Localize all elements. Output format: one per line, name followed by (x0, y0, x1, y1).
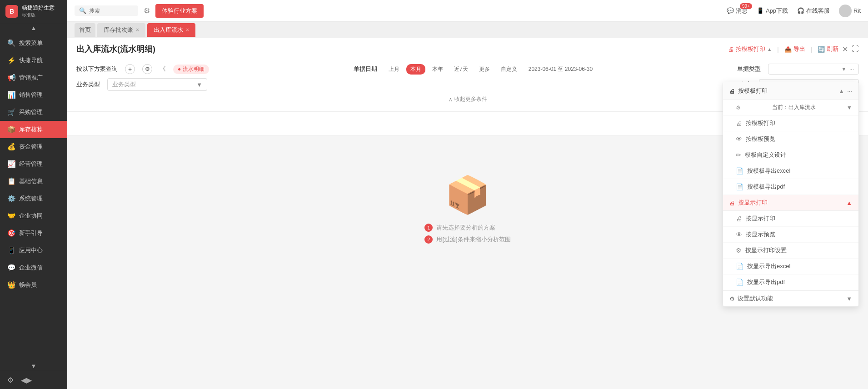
tab-inout-flow-close[interactable]: × (186, 27, 189, 33)
page-content: 出入库流水(流水明细) 🖨 按模板打印 ▲ | 📤 导出 | 🔄 (67, 38, 868, 389)
current-template-arrow[interactable]: ▼ (847, 105, 852, 111)
quick-nav-nav-icon: ⚡ (7, 56, 15, 65)
dropdown-title: 🖨 按模板打印 (729, 87, 768, 95)
sidebar-item-cooperation[interactable]: 🤝 企业协同 (0, 207, 67, 224)
tab-batch-account-close[interactable]: × (136, 27, 139, 33)
tab-inout-flow[interactable]: 出入库流水 × (147, 23, 195, 37)
sidebar-item-guide[interactable]: 🎯 新手引导 (0, 224, 67, 242)
dropdown-item-template-pdf[interactable]: 📄 按模板导出pdf (723, 179, 858, 195)
settings-icon[interactable]: ⚙ (7, 376, 14, 384)
filter-tag-label: 流水明细 (183, 65, 205, 73)
current-template-label: 当前：出入库流水 (772, 104, 816, 111)
dropdown-footer[interactable]: ⚙ 设置默认功能 ▼ (723, 290, 858, 306)
display-settings-label: 按显示打印设置 (745, 246, 787, 254)
app-subtitle: 标准版 (22, 12, 55, 18)
step-2-text: 用[过滤]条件来缩小分析范围 (436, 235, 510, 244)
date-last-month[interactable]: 上月 (384, 64, 404, 75)
topbar-gear-icon[interactable]: ⚙ (144, 6, 150, 15)
export-button[interactable]: 📤 导出 (784, 45, 805, 53)
dropdown-item-template-preview[interactable]: 👁 按模板预览 (723, 131, 858, 147)
topbar-search-box[interactable]: 🔍 (75, 5, 138, 16)
sidebar-scroll-up[interactable]: ▲ (0, 23, 67, 33)
sidebar-item-wechat[interactable]: 💬 企业微信 (0, 259, 67, 276)
window-close-button[interactable]: ✕ (842, 45, 848, 54)
sidebar-item-operation[interactable]: 📈 经营管理 (0, 155, 67, 173)
print-template-button[interactable]: 🖨 按模板打印 ▲ (728, 45, 772, 53)
date-range-display: 2023-06-01 至 2023-06-30 (529, 65, 593, 73)
sidebar-item-purchase[interactable]: 🛒 采购管理 (0, 104, 67, 121)
dropdown-display-section[interactable]: 🖨 按显示打印 ▲ (723, 195, 858, 211)
filter-settings-button[interactable]: ⚙ (142, 64, 152, 74)
message-badge: 99+ (740, 3, 752, 9)
sidebar-item-system[interactable]: ⚙️ 系统管理 (0, 190, 67, 207)
bill-type-field[interactable]: ▼ ··· (768, 64, 859, 75)
template-excel-label: 按模板导出excel (747, 167, 790, 175)
collapse-sidebar-icon[interactable]: ◀▶ (21, 376, 32, 384)
dropdown-collapse-arrow[interactable]: ▲ (838, 88, 844, 95)
business-type-placeholder: 业务类型 (112, 80, 194, 89)
date-7days[interactable]: 近7天 (450, 64, 472, 75)
marketing-nav-label: 营销推广 (19, 74, 43, 82)
sidebar-logo: B 畅捷通好生意 标准版 (0, 0, 67, 23)
business-type-select[interactable]: 业务类型 ▼ (107, 78, 207, 91)
trial-button[interactable]: 体验行业方案 (155, 4, 204, 18)
system-nav-label: 系统管理 (19, 194, 43, 203)
message-item[interactable]: 💬 消息 99+ (727, 7, 748, 15)
filter-collapse-button[interactable]: 《 (160, 65, 166, 73)
app-download-label: App下载 (766, 7, 788, 15)
sidebar-item-inventory[interactable]: 📦 库存核算 (0, 121, 67, 138)
dropdown-item-template-excel[interactable]: 📄 按模板导出excel (723, 163, 858, 179)
sidebar-item-sales[interactable]: 📊 销售管理 (0, 86, 67, 104)
quick-nav-nav-label: 快捷导航 (19, 56, 43, 65)
export-icon: 📤 (784, 46, 792, 53)
search-icon: 🔍 (79, 7, 86, 14)
dropdown-item-display-print[interactable]: 🖨 按显示打印 (723, 211, 858, 227)
dropdown-item-display-excel[interactable]: 📄 按显示导出excel (723, 259, 858, 274)
tab-batch-account-label: 库存批次账 (104, 26, 133, 34)
printer-icon: 🖨 (728, 46, 734, 53)
filter-add-button[interactable]: + (125, 64, 135, 74)
dropdown-item-template-print[interactable]: 🖨 按模板打印 (723, 115, 858, 131)
sidebar-item-vip[interactable]: 👑 畅会员 (0, 276, 67, 294)
filter-active-tag[interactable]: ● 流水明细 (173, 65, 209, 74)
dropdown-item-display-settings[interactable]: ⚙ 按显示打印设置 (723, 243, 858, 259)
app-download-item[interactable]: 📱 App下载 (757, 7, 788, 15)
tab-inout-flow-label: 出入库流水 (154, 26, 183, 34)
inventory-nav-label: 库存核算 (19, 125, 43, 134)
sidebar-item-app-center[interactable]: 📱 应用中心 (0, 242, 67, 259)
date-current-year[interactable]: 本年 (428, 64, 447, 75)
display-section-arrow[interactable]: ▲ (846, 199, 852, 206)
sales-nav-label: 销售管理 (19, 91, 43, 99)
sidebar-item-search[interactable]: 🔍 搜索菜单 (0, 35, 67, 52)
empty-icon: 📦 (445, 174, 490, 216)
tab-home[interactable]: 首页 (75, 23, 95, 37)
dropdown-item-template-design[interactable]: ✏ 模板自定义设计 (723, 147, 858, 163)
sidebar-scroll-down[interactable]: ▼ (0, 361, 67, 371)
search-input[interactable] (89, 8, 125, 14)
display-print-section-label: 按显示打印 (738, 199, 768, 207)
search-nav-label: 搜索菜单 (19, 39, 43, 47)
sidebar-item-finance[interactable]: 💰 资金管理 (0, 138, 67, 155)
bill-type-more[interactable]: ··· (849, 66, 854, 72)
refresh-icon: 🔄 (818, 46, 825, 53)
customer-service-item[interactable]: 🎧 在线客服 (797, 7, 830, 15)
window-expand-button[interactable]: ⛶ (852, 45, 859, 53)
sidebar-item-marketing[interactable]: 📢 营销推广 (0, 69, 67, 86)
page-actions: 🖨 按模板打印 ▲ | 📤 导出 | 🔄 刷新 (728, 45, 838, 53)
date-more[interactable]: 更多 (475, 64, 494, 75)
dropdown-item-display-pdf[interactable]: 📄 按显示导出pdf (723, 274, 858, 290)
dropdown-more-icon[interactable]: ··· (847, 88, 852, 95)
template-print-icon: 🖨 (736, 120, 742, 127)
footer-arrow-icon[interactable]: ▼ (846, 295, 852, 302)
sidebar-item-basic[interactable]: 📋 基础信息 (0, 173, 67, 190)
user-avatar-item[interactable]: Rit (839, 5, 861, 17)
print-dropdown-arrow[interactable]: ▲ (767, 47, 772, 52)
date-current-month[interactable]: 本月 (406, 64, 425, 75)
date-custom[interactable]: 自定义 (497, 64, 521, 75)
page-title: 出入库流水(流水明细) (76, 44, 155, 55)
refresh-button[interactable]: 🔄 刷新 (818, 45, 838, 53)
operation-nav-label: 经营管理 (19, 160, 43, 168)
sidebar-item-quick-nav[interactable]: ⚡ 快捷导航 (0, 52, 67, 69)
tab-batch-account[interactable]: 库存批次账 × (97, 23, 145, 37)
dropdown-item-display-preview[interactable]: 👁 按显示预览 (723, 227, 858, 243)
